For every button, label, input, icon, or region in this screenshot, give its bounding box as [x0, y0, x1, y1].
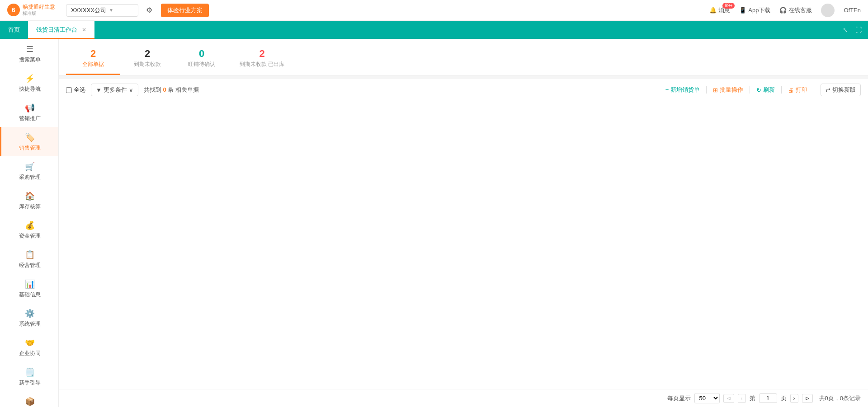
download-icon: 📱 [739, 7, 746, 14]
total-info: 共0页，0条记录 [819, 394, 861, 402]
stats-count-wangpu: 0 [185, 48, 218, 60]
company-name: XXXXXX公司 [71, 6, 106, 14]
nav-restore-icon[interactable]: ⤡ [841, 24, 850, 35]
logo-icon: 6 [7, 4, 20, 16]
app-tag: 标准版 [23, 10, 55, 17]
app-center-icon: 📦 [25, 397, 35, 407]
sidebar-item-inventory[interactable]: 🏠 库存核算 [0, 186, 58, 215]
nav-right-controls: ⤡ ⛶ [841, 24, 868, 35]
switch-version-button[interactable]: ⇄ 切换新版 [821, 84, 861, 96]
page-suffix: 页 [781, 394, 787, 402]
sidebar-item-purchase[interactable]: 🛒 采购管理 [0, 156, 58, 186]
chevron-down-icon: ▼ [109, 8, 113, 13]
stats-tab-all[interactable]: 2 全部单据 [66, 44, 120, 75]
sidebar-item-marketing[interactable]: 📢 营销推广 [0, 98, 58, 127]
sidebar: ☰ 搜索菜单 ⚡ 快捷导航 📢 营销推广 🏷️ 销售管理 🛒 采购管理 🏠 库存… [0, 39, 59, 407]
toolbar-right: + 新增销货单 ⊞ 批量操作 ↻ 刷新 🖨 打印 ⇄ [665, 84, 861, 96]
company-selector[interactable]: XXXXXX公司 ▼ [66, 4, 138, 17]
sidebar-item-app-center[interactable]: 📦 应用中心 [0, 391, 58, 407]
sidebar-item-basic-info[interactable]: 📊 基础信息 [0, 274, 58, 303]
print-button[interactable]: 🖨 打印 [788, 86, 807, 94]
prev-page-button[interactable]: ‹ [738, 394, 746, 403]
stats-tab-overdue-unpaid[interactable]: 2 到期未收款 [120, 44, 175, 75]
main-layout: ☰ 搜索菜单 ⚡ 快捷导航 📢 营销推广 🏷️ 销售管理 🛒 采购管理 🏠 库存… [0, 39, 868, 407]
stats-tab-wangpu[interactable]: 0 旺铺待确认 [175, 44, 229, 75]
tab-active-indicator [28, 38, 94, 39]
stats-label-overdue: 到期未收款 [131, 61, 164, 68]
new-sales-order-button[interactable]: + 新增销货单 [665, 86, 700, 94]
select-all-checkbox[interactable]: 全选 [66, 86, 85, 94]
messages-button[interactable]: 🔔 消息 99+ [709, 6, 730, 14]
per-page-label: 每页显示 [667, 394, 691, 402]
search-menu-icon: ☰ [26, 44, 33, 54]
sidebar-item-operations[interactable]: 📋 经营管理 [0, 244, 58, 274]
found-count: 0 [163, 86, 166, 93]
settings-icon[interactable]: ⚙ [142, 3, 156, 18]
stats-count-unshipped: 2 [240, 48, 284, 60]
finance-icon: 💰 [25, 220, 35, 230]
stats-label-all: 全部单据 [77, 61, 109, 68]
sidebar-item-system[interactable]: ⚙️ 系统管理 [0, 303, 58, 332]
messages-badge: 99+ [722, 3, 735, 9]
operations-icon: 📋 [25, 250, 35, 260]
guide-icon: 🗒️ [25, 367, 35, 377]
logo-area: 6 畅捷通好生意 标准版 [7, 4, 66, 16]
divider4 [814, 86, 814, 94]
online-service-button[interactable]: 🎧 在线客服 [779, 6, 812, 14]
toolbar: 全选 ▼ 更多条件 ∨ 共找到 0 条 相关单据 + 新增销货单 ⊞ 批量操作 [59, 79, 868, 101]
username: OfTEn [844, 7, 861, 14]
found-text: 共找到 0 条 相关单据 [144, 86, 199, 94]
avatar[interactable] [821, 4, 835, 17]
nav-expand-icon[interactable]: ⛶ [854, 24, 863, 35]
sidebar-item-cooperation[interactable]: 🤝 企业协同 [0, 332, 58, 362]
stats-label-unshipped: 到期未收款 已出库 [240, 61, 284, 68]
sidebar-item-quick-nav[interactable]: ⚡ 快捷导航 [0, 68, 58, 98]
divider [706, 86, 707, 94]
tab-cash-flow[interactable]: 钱货日清工作台 ✕ [28, 21, 94, 39]
first-page-button[interactable]: ⊲ [723, 394, 734, 403]
stats-count-overdue: 2 [131, 48, 164, 60]
header-right: 🔔 消息 99+ 📱 App下载 🎧 在线客服 OfTEn [709, 4, 861, 17]
sidebar-item-sales[interactable]: 🏷️ 销售管理 [0, 127, 58, 156]
stats-tab-overdue-unshipped[interactable]: 2 到期未收款 已出库 [229, 44, 295, 75]
cooperation-icon: 🤝 [25, 338, 35, 348]
marketing-icon: 📢 [25, 103, 35, 113]
select-all-input[interactable] [66, 87, 72, 93]
stats-count-all: 2 [77, 48, 109, 60]
refresh-icon: ↻ [756, 87, 761, 94]
service-icon: 🎧 [779, 7, 787, 14]
page-input[interactable]: 1 [759, 393, 777, 403]
stats-tabs: 2 全部单据 2 到期未收款 0 旺铺待确认 2 到期未收款 已出库 [66, 44, 861, 75]
purchase-icon: 🛒 [25, 162, 35, 172]
filter-chevron-icon: ∨ [129, 87, 133, 94]
content-area: 2 全部单据 2 到期未收款 0 旺铺待确认 2 到期未收款 已出库 [59, 39, 868, 407]
per-page-select[interactable]: 50 20 100 [694, 393, 720, 403]
sidebar-item-finance[interactable]: 💰 资金管理 [0, 215, 58, 244]
last-page-button[interactable]: ⊳ [802, 394, 813, 403]
more-filters-button[interactable]: ▼ 更多条件 ∨ [91, 84, 138, 96]
stats-bar: 2 全部单据 2 到期未收款 0 旺铺待确认 2 到期未收款 已出库 [59, 39, 868, 75]
app-download-button[interactable]: 📱 App下载 [739, 6, 770, 14]
tab-close-icon[interactable]: ✕ [82, 27, 86, 33]
tab-home[interactable]: 首页 [0, 21, 28, 39]
system-icon: ⚙️ [25, 309, 35, 318]
batch-icon: ⊞ [713, 87, 718, 94]
stats-label-wangpu: 旺铺待确认 [185, 61, 218, 68]
pagination-bar: 每页显示 50 20 100 ⊲ ‹ 第 1 页 › ⊳ 共0页，0条记录 [59, 389, 868, 407]
refresh-button[interactable]: ↻ 刷新 [756, 86, 775, 94]
page-label: 第 [750, 394, 755, 402]
divider2 [750, 86, 750, 94]
next-page-button[interactable]: › [790, 394, 798, 403]
basic-info-icon: 📊 [25, 279, 35, 289]
print-icon: 🖨 [788, 87, 794, 94]
sidebar-item-guide[interactable]: 🗒️ 新手引导 [0, 362, 58, 391]
sidebar-item-search[interactable]: ☰ 搜索菜单 [0, 39, 58, 68]
experience-button[interactable]: 体验行业方案 [161, 4, 209, 17]
divider3 [781, 86, 782, 94]
top-header: 6 畅捷通好生意 标准版 XXXXXX公司 ▼ ⚙ 体验行业方案 🔔 消息 99… [0, 0, 868, 21]
sales-icon: 🏷️ [25, 132, 35, 142]
switch-icon: ⇄ [826, 87, 830, 94]
nav-tabs: 首页 钱货日清工作台 ✕ ⤡ ⛶ [0, 21, 868, 39]
batch-operation-button[interactable]: ⊞ 批量操作 [713, 86, 743, 94]
filter-icon: ▼ [96, 87, 102, 94]
